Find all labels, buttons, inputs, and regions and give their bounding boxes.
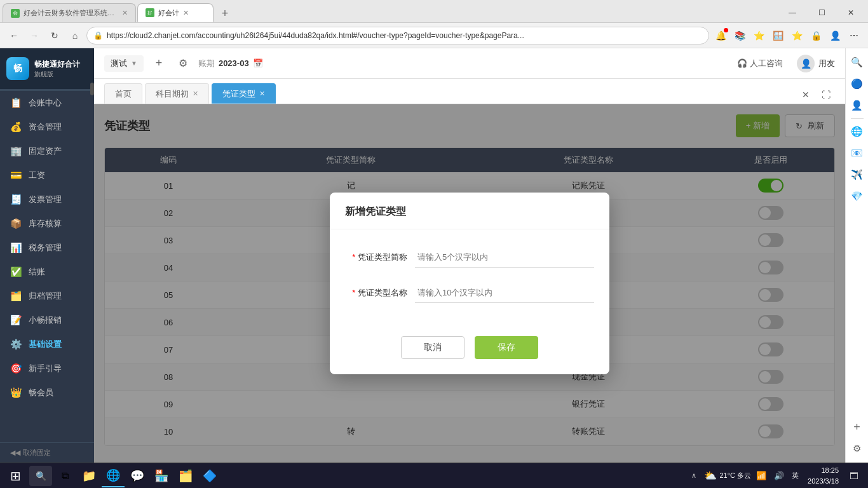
- taskbar-wechat[interactable]: 💬: [126, 464, 149, 487]
- company-dropdown-icon: ▼: [131, 60, 137, 67]
- salary-icon: 💳: [10, 170, 22, 181]
- rs-btn-4[interactable]: 🌐: [848, 123, 866, 140]
- taskbar-explorer[interactable]: 📁: [78, 464, 100, 487]
- tab-panel-expand-btn[interactable]: ⛶: [817, 86, 835, 104]
- forward-btn[interactable]: →: [25, 27, 43, 44]
- member-icon: 👑: [10, 387, 22, 398]
- ext-btn-5[interactable]: ⭐: [788, 27, 806, 44]
- taskbar-sound[interactable]: 🔊: [771, 467, 787, 485]
- more-btn[interactable]: ⋯: [845, 27, 863, 44]
- taskbar-chrome[interactable]: 🌐: [102, 464, 125, 487]
- company-name: 测试: [111, 58, 127, 69]
- taskbar-appstore[interactable]: 🏪: [150, 464, 173, 487]
- logo-text: 畅捷通好合计: [34, 59, 80, 70]
- logo-sub: 旗舰版: [34, 70, 80, 79]
- tab1-favicon: 会: [11, 9, 20, 18]
- add-company-btn[interactable]: +: [150, 55, 168, 72]
- sidebar-item-archive[interactable]: 🗂️ 归档管理: [0, 284, 94, 308]
- tab-2[interactable]: 好 好会计 ✕: [137, 3, 214, 22]
- ext-btn-6[interactable]: 🔒: [807, 27, 825, 44]
- rs-settings-btn[interactable]: ⚙: [848, 440, 866, 458]
- rs-btn-6[interactable]: ✈️: [848, 166, 866, 184]
- dialog-footer: 取消 保存: [330, 326, 609, 374]
- dialog-header: 新增凭证类型: [330, 193, 609, 229]
- sidebar-item-salary[interactable]: 💳 工资: [0, 163, 94, 187]
- taskbar-multiwin[interactable]: ⧉: [53, 464, 76, 487]
- taskbar-search[interactable]: 🔍: [29, 466, 52, 486]
- sidebar-item-assets[interactable]: 🏢 固定资产: [0, 139, 94, 163]
- tab-period-init[interactable]: 科目期初 ✕: [145, 83, 209, 104]
- guide-icon: 🎯: [10, 363, 22, 374]
- abbr-input[interactable]: [415, 247, 594, 268]
- tab2-close[interactable]: ✕: [183, 9, 189, 17]
- user-profile-btn[interactable]: 👤: [826, 27, 844, 44]
- user-info[interactable]: 👤 用友: [797, 55, 835, 72]
- ext-btn-1[interactable]: 🔔: [712, 27, 729, 44]
- tax-icon: 📊: [10, 242, 22, 254]
- taskbar-right: ∧ ⛅ 21°C 多云 📶 🔊 英 18:25 2023/3/18 🗔: [686, 465, 865, 486]
- tab-add-btn[interactable]: +: [216, 4, 234, 22]
- consult-btn[interactable]: 🎧 人工咨询: [737, 58, 783, 69]
- reload-btn[interactable]: ↻: [46, 27, 64, 44]
- dialog-overlay: 新增凭证类型 * 凭证类型简称 * 凭证类型名称: [94, 104, 845, 463]
- sidebar-item-member[interactable]: 👑 畅会员: [0, 381, 94, 405]
- sidebar-item-funds[interactable]: 💰 资金管理: [0, 115, 94, 139]
- taskbar-network[interactable]: 📶: [754, 467, 769, 485]
- rs-btn-7[interactable]: 💎: [848, 187, 866, 205]
- taskbar-notification[interactable]: 🗔: [845, 467, 863, 485]
- address-text: https://cloud2.chanjet.com/accounting/uh…: [107, 31, 702, 40]
- right-sidebar: 🔍 🔵 👤 🌐 📧 ✈️ 💎 + ⚙: [845, 48, 868, 463]
- sidebar-item-expense[interactable]: 📝 小畅报销: [0, 308, 94, 332]
- tab1-close[interactable]: ✕: [122, 9, 128, 17]
- tab-voucher-type[interactable]: 凭证类型 ✕: [212, 83, 276, 104]
- tab-panel-close-btn[interactable]: ✕: [797, 86, 815, 104]
- home-btn[interactable]: ⌂: [66, 27, 84, 44]
- user-name: 用友: [818, 58, 835, 69]
- cancel-button[interactable]: 取消: [401, 336, 465, 359]
- browser-close[interactable]: ✕: [836, 3, 865, 22]
- ext-btn-2[interactable]: 📚: [731, 27, 749, 44]
- sidebar-item-closing[interactable]: ✅ 结账: [0, 260, 94, 284]
- taskbar-ime[interactable]: 英: [789, 471, 801, 480]
- sidebar-item-tax[interactable]: 📊 税务管理: [0, 236, 94, 260]
- browser-maximize[interactable]: ☐: [807, 3, 836, 22]
- start-btn[interactable]: ⊞: [3, 464, 28, 487]
- sidebar-item-inventory[interactable]: 📦 库存核算: [0, 212, 94, 236]
- name-form-row: * 凭证类型名称: [345, 283, 594, 303]
- settings-gear-btn[interactable]: ⚙: [174, 55, 192, 72]
- ext-btn-4[interactable]: 🪟: [769, 27, 787, 44]
- name-input[interactable]: [415, 283, 594, 303]
- sidebar-logo: 畅 畅捷通好合计 旗舰版: [0, 48, 94, 89]
- rs-search-btn[interactable]: 🔍: [848, 53, 866, 71]
- sidebar-item-accounts[interactable]: 📋 会账中心: [0, 91, 94, 115]
- rs-btn-2[interactable]: 🔵: [848, 75, 866, 93]
- tab-bar: 会 好会计云财务软件管理系统_会计 ✕ 好 好会计 ✕ + — ☐ ✕: [0, 0, 868, 23]
- tab-home[interactable]: 首页: [104, 83, 142, 104]
- rs-add-btn[interactable]: +: [848, 418, 866, 436]
- period-label: 账期: [198, 58, 215, 69]
- weather-text: 21°C 多云: [719, 471, 751, 480]
- accounts-icon: 📋: [10, 97, 22, 109]
- tab-voucher-close[interactable]: ✕: [259, 90, 265, 98]
- ext-btn-3[interactable]: ⭐: [750, 27, 768, 44]
- save-button[interactable]: 保存: [475, 336, 538, 359]
- tab-period-close[interactable]: ✕: [193, 90, 198, 98]
- rs-btn-5[interactable]: 📧: [848, 144, 866, 162]
- address-bar[interactable]: 🔒 https://cloud2.chanjet.com/accounting/…: [86, 27, 709, 44]
- sidebar-bottom[interactable]: ◀◀ 取消固定: [0, 442, 94, 463]
- taskbar-files[interactable]: 🗂️: [174, 464, 197, 487]
- pin-icon: ◀◀: [10, 449, 20, 457]
- tab-1[interactable]: 会 好会计云财务软件管理系统_会计 ✕: [3, 3, 136, 22]
- browser-minimize[interactable]: —: [778, 3, 807, 22]
- taskbar-clock: 18:25 2023/3/18: [804, 465, 843, 486]
- sidebar-item-settings[interactable]: ⚙️ 基础设置: [0, 332, 94, 356]
- rs-btn-3[interactable]: 👤: [848, 97, 866, 114]
- sidebar-item-invoice[interactable]: 🧾 发票管理: [0, 187, 94, 212]
- user-avatar: 👤: [797, 55, 815, 72]
- abbr-form-row: * 凭证类型简称: [345, 247, 594, 268]
- taskbar-chevron[interactable]: ∧: [686, 467, 702, 485]
- taskbar-edge[interactable]: 🔷: [198, 464, 221, 487]
- sidebar-item-guide[interactable]: 🎯 新手引导: [0, 356, 94, 381]
- company-selector[interactable]: 测试 ▼: [104, 55, 144, 72]
- back-btn[interactable]: ←: [5, 27, 23, 44]
